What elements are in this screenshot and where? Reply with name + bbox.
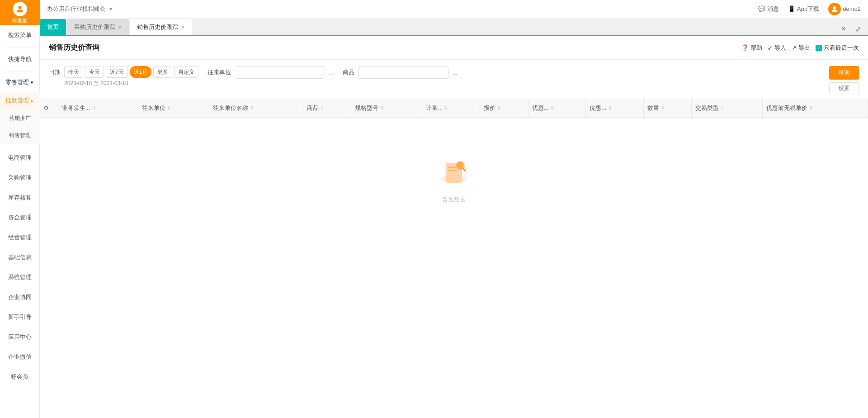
sidebar-item-label: 企业微信	[8, 353, 32, 361]
sidebar-item-purchase-mgmt[interactable]: 采购管理	[0, 168, 40, 188]
goods-dots[interactable]: ...	[452, 69, 457, 76]
export-button[interactable]: ↗ 导出	[792, 44, 810, 52]
goods-input[interactable]	[358, 66, 448, 79]
sort-icon: ⇅	[321, 105, 324, 110]
date-filter-label: 日期	[49, 66, 61, 79]
settings-gear-icon[interactable]: ⚙	[43, 104, 49, 111]
th-discount2[interactable]: 优惠... ⇅	[586, 99, 644, 117]
tab-purchase-history[interactable]: 采购历史价跟踪 ×	[67, 19, 129, 35]
date-last7-btn[interactable]: 近7天	[106, 66, 128, 78]
th-unit[interactable]: 计量... ⇅	[422, 99, 480, 117]
tab-close-all-button[interactable]: ×	[837, 23, 850, 35]
empty-icon	[436, 154, 472, 190]
sidebar-item-retail-mgmt[interactable]: 零售管理 ▼	[0, 73, 40, 91]
tab-sales-history-close[interactable]: ×	[181, 24, 184, 30]
th-trade-type[interactable]: 交易类型 ⇅	[692, 99, 763, 117]
user-avatar	[828, 3, 841, 15]
date-today-btn[interactable]: 今天	[85, 66, 104, 78]
sidebar-item-label: 零售管理	[5, 78, 29, 86]
th-partner-code-label: 往来单位	[142, 104, 165, 112]
sort-icon: ⇅	[167, 105, 171, 110]
partner-input[interactable]	[235, 66, 325, 79]
only-last-label: 只看最后一次	[824, 44, 859, 52]
sidebar-item-marketing[interactable]: 营销推广	[0, 109, 40, 127]
sidebar-item-sales-mgmt[interactable]: 销售管理	[0, 127, 40, 144]
date-custom-btn[interactable]: 自定义	[174, 66, 198, 78]
chevron-down-icon: ▼	[30, 80, 34, 85]
sidebar-item-sys-mgmt[interactable]: 系统管理	[0, 267, 40, 287]
tabs-actions: × ⤢	[834, 23, 868, 35]
date-more-btn[interactable]: 更多	[153, 66, 172, 78]
help-button[interactable]: ❓ 帮助	[741, 44, 762, 52]
tab-home[interactable]: 首页	[40, 19, 66, 35]
settings-button[interactable]: 设置	[829, 82, 859, 94]
sort-icon: ⇅	[550, 105, 554, 110]
table-container[interactable]: ⚙ 业务发生... ⇅ 往来单位 ⇅	[40, 99, 868, 418]
sidebar-divider	[4, 146, 36, 146]
date-last1month-btn[interactable]: 近1月	[130, 66, 152, 78]
th-quote-price[interactable]: 报价 ⇅	[480, 99, 528, 117]
th-spec[interactable]: 规格型号 ⇅	[351, 99, 422, 117]
export-icon: ↗	[792, 44, 797, 51]
tab-purchase-history-close[interactable]: ×	[118, 24, 122, 30]
th-quantity[interactable]: 数量 ⇅	[643, 99, 692, 117]
sidebar: 标推版 搜索菜单 快捷导航 零售管理 ▼ 批发管理 ▲ 营销推广 销售管理 电商…	[0, 0, 40, 418]
sidebar-item-enterprise-wechat[interactable]: 企业微信	[0, 347, 40, 367]
sidebar-item-inventory[interactable]: 库存核算	[0, 188, 40, 208]
th-goods[interactable]: 商品 ⇅	[303, 99, 351, 117]
tab-maximize-button[interactable]: ⤢	[852, 23, 864, 35]
filter-bar: 日期 昨天 今天 近7天 近1月 更多 自定义 2023-02-18 至 202…	[40, 60, 868, 99]
th-partner-code[interactable]: 往来单位 ⇅	[138, 99, 209, 117]
svg-line-8	[463, 169, 466, 171]
top-header: 办公用品行业模拟账套 ▾ 💬 消息 📱 App下载 demo2	[40, 0, 868, 18]
tabs-bar: 首页 采购历史价跟踪 × 销售历史价跟踪 × × ⤢	[40, 18, 868, 36]
header-title: 办公用品行业模拟账套	[47, 5, 106, 13]
import-button[interactable]: ↙ 导入	[768, 44, 786, 52]
sidebar-item-quick-nav[interactable]: 快捷导航	[0, 49, 40, 69]
data-table: ⚙ 业务发生... ⇅ 往来单位 ⇅	[40, 99, 868, 118]
sidebar-divider	[4, 47, 36, 48]
chevron-up-icon: ▲	[30, 98, 34, 103]
sidebar-item-wholesale-mgmt[interactable]: 批发管理 ▲	[0, 91, 40, 109]
page-actions: ❓ 帮助 ↙ 导入 ↗ 导出 只看最后一次	[741, 44, 859, 52]
sidebar-item-ops-mgmt[interactable]: 经营管理	[0, 228, 40, 247]
table-head: ⚙ 业务发生... ⇅ 往来单位 ⇅	[40, 99, 868, 117]
app-logo: 标推版	[0, 0, 40, 25]
sidebar-item-label: 畅会员	[11, 373, 28, 381]
sidebar-item-new-guide[interactable]: 新手引导	[0, 307, 40, 327]
partner-dots[interactable]: ...	[329, 69, 334, 76]
sidebar-item-search-menu[interactable]: 搜索菜单	[0, 25, 40, 45]
logo-icon	[13, 2, 27, 16]
sidebar-item-basic-info[interactable]: 基础信息	[0, 247, 40, 267]
sidebar-item-ecom-mgmt[interactable]: 电商管理	[0, 148, 40, 168]
only-last-checkbox[interactable]	[816, 45, 822, 51]
empty-state: 暂无数据	[40, 118, 868, 240]
sidebar-item-app-center[interactable]: 应用中心	[0, 327, 40, 347]
sidebar-item-finance-mgmt[interactable]: 资金管理	[0, 208, 40, 228]
sidebar-item-label: 基础信息	[8, 253, 32, 261]
th-discount1[interactable]: 优惠... ⇅	[528, 99, 586, 117]
partner-filter-group: 往来单位 ...	[208, 66, 334, 79]
main-content: 办公用品行业模拟账套 ▾ 💬 消息 📱 App下载 demo2 首页	[40, 0, 868, 418]
th-pretax-price[interactable]: 优惠前无税单价 ⇅	[763, 99, 868, 117]
th-unit-label: 计量...	[426, 104, 443, 112]
sidebar-item-membership[interactable]: 畅会员	[0, 367, 40, 387]
tab-sales-history[interactable]: 销售历史价跟踪 ×	[130, 19, 192, 35]
only-last-checkbox-label[interactable]: 只看最后一次	[816, 44, 859, 52]
header-dropdown-icon[interactable]: ▾	[109, 6, 112, 12]
sort-icon: ⇅	[92, 105, 95, 110]
th-partner-name[interactable]: 往来单位名称 ⇅	[209, 99, 303, 117]
date-yesterday-btn[interactable]: 昨天	[64, 66, 83, 78]
query-button[interactable]: 查询	[829, 66, 859, 80]
th-biz-date[interactable]: 业务发生... ⇅	[58, 99, 138, 117]
tab-home-label: 首页	[47, 23, 59, 31]
date-buttons: 昨天 今天 近7天 近1月 更多 自定义	[64, 66, 198, 78]
user-profile[interactable]: demo2	[828, 3, 861, 15]
app-download-button[interactable]: 📱 App下载	[788, 5, 819, 13]
sidebar-item-enterprise[interactable]: 企业协同	[0, 287, 40, 307]
sidebar-item-label: 批发管理	[5, 96, 29, 104]
sidebar-item-label: 搜索菜单	[8, 31, 32, 39]
th-trade-type-label: 交易类型	[695, 104, 719, 112]
svg-point-0	[18, 5, 21, 9]
message-button[interactable]: 💬 消息	[758, 5, 779, 13]
